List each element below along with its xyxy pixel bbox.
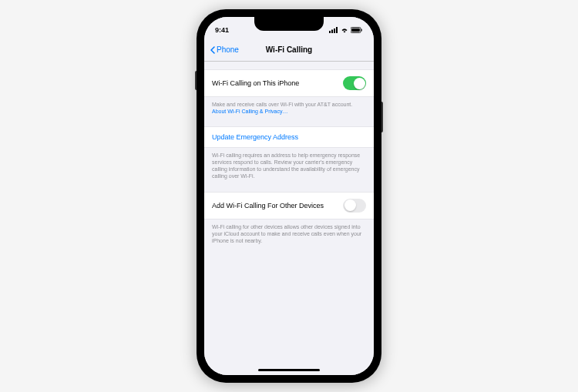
nav-title: Wi-Fi Calling xyxy=(266,45,312,54)
back-label: Phone xyxy=(217,45,239,54)
section-other-devices: Add Wi-Fi Calling For Other Devices Wi-F… xyxy=(204,192,374,248)
status-time: 9:41 xyxy=(215,26,229,34)
phone-frame: 9:41 Phone Wi-Fi Calling xyxy=(197,9,381,383)
chevron-left-icon xyxy=(210,46,215,54)
screen: 9:41 Phone Wi-Fi Calling xyxy=(204,17,374,375)
section-footer: Wi-Fi calling requires an address to hel… xyxy=(204,148,374,183)
row-update-emergency-address[interactable]: Update Emergency Address xyxy=(204,126,374,148)
row-label: Add Wi-Fi Calling For Other Devices xyxy=(212,202,324,209)
toggle-knob xyxy=(344,199,356,211)
toggle-knob xyxy=(354,78,365,89)
section-wifi-calling-this-iphone: Wi-Fi Calling on This iPhone Make and re… xyxy=(204,69,374,119)
section-emergency-address: Update Emergency Address Wi-Fi calling r… xyxy=(204,126,374,183)
svg-rect-5 xyxy=(351,28,360,32)
battery-icon xyxy=(351,27,363,33)
toggle-wifi-calling-this-iphone[interactable] xyxy=(343,76,366,90)
update-emergency-address-link: Update Emergency Address xyxy=(212,133,298,141)
svg-rect-2 xyxy=(334,28,335,33)
svg-rect-1 xyxy=(331,30,333,34)
content-area[interactable]: Wi-Fi Calling on This iPhone Make and re… xyxy=(204,62,374,375)
wifi-icon xyxy=(341,27,348,33)
svg-rect-6 xyxy=(361,29,362,32)
nav-bar: Phone Wi-Fi Calling xyxy=(204,39,374,62)
home-indicator[interactable] xyxy=(258,369,320,371)
back-button[interactable]: Phone xyxy=(210,45,239,54)
status-right xyxy=(329,27,363,33)
section-footer: Make and receive calls over Wi-Fi with y… xyxy=(204,97,374,119)
footer-text: Make and receive calls over Wi-Fi with y… xyxy=(212,102,352,107)
cellular-signal-icon xyxy=(329,27,338,33)
row-label: Wi-Fi Calling on This iPhone xyxy=(212,79,299,87)
row-add-wifi-calling-other-devices[interactable]: Add Wi-Fi Calling For Other Devices xyxy=(204,192,374,219)
section-footer: Wi-Fi calling for other devices allows o… xyxy=(204,219,374,248)
svg-rect-0 xyxy=(329,31,331,33)
footer-text: Wi-Fi calling for other devices allows o… xyxy=(212,224,361,243)
notch xyxy=(254,17,324,31)
footer-text: Wi-Fi calling requires an address to hel… xyxy=(212,152,360,179)
svg-rect-3 xyxy=(336,27,338,33)
about-wifi-calling-privacy-link[interactable]: About Wi-Fi Calling & Privacy… xyxy=(212,109,287,114)
row-wifi-calling-this-iphone[interactable]: Wi-Fi Calling on This iPhone xyxy=(204,69,374,97)
toggle-wifi-calling-other-devices[interactable] xyxy=(343,199,366,213)
